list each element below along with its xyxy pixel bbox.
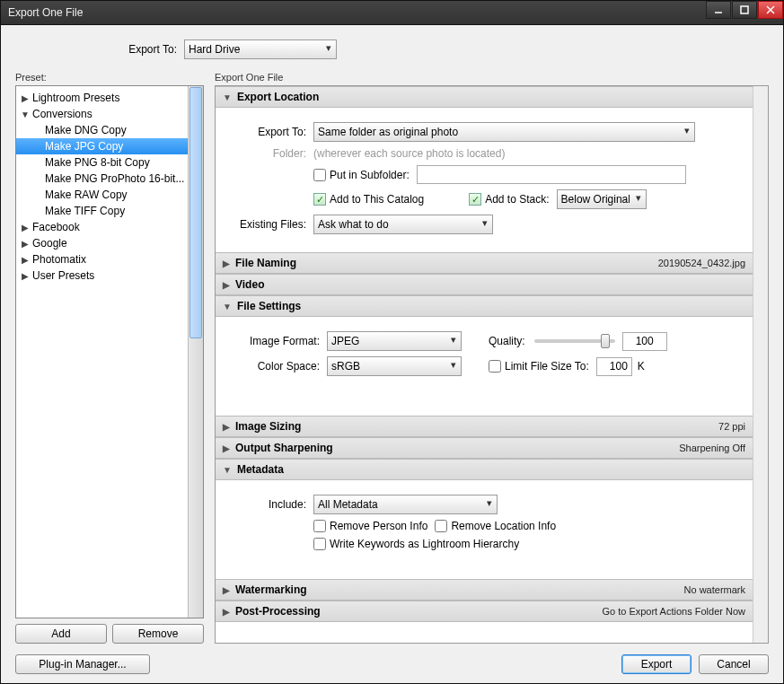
post-summary: Go to Export Actions Folder Now <box>602 606 745 617</box>
loc-folder-value: (wherever each source photo is located) <box>313 147 505 160</box>
color-space-label: Color Space: <box>228 360 327 373</box>
loc-export-to-label: Export To: <box>228 126 313 138</box>
panels-scrollbar[interactable] <box>753 86 768 643</box>
triangle-right-icon: ▶ <box>223 422 230 432</box>
minimize-button[interactable] <box>706 1 731 19</box>
add-preset-button[interactable]: Add <box>15 624 107 644</box>
add-to-catalog-label: Add to This Catalog <box>330 193 424 206</box>
export-to-select[interactable]: Hard Drive <box>184 39 337 59</box>
keywords-hierarchy-checkbox[interactable] <box>313 538 326 550</box>
triangle-down-icon: ▼ <box>223 92 232 102</box>
color-space-select[interactable]: sRGB <box>327 356 462 376</box>
panel-post-processing[interactable]: ▶Post-ProcessingGo to Export Actions Fol… <box>216 601 753 622</box>
triangle-right-icon: ▶ <box>223 259 230 268</box>
triangle-right-icon: ▶ <box>223 280 230 290</box>
triangle-right-icon: ▶ <box>223 607 230 617</box>
image-format-select[interactable]: JPEG <box>327 331 462 351</box>
loc-export-to-select[interactable]: Same folder as original photo <box>313 122 695 142</box>
sharpen-summary: Sharpening Off <box>679 443 745 453</box>
preset-tree[interactable]: ▶Lightroom Presets ▼Conversions Make DNG… <box>15 85 204 618</box>
preset-label: Preset: <box>15 72 204 83</box>
tree-item-make-raw-copy[interactable]: Make RAW Copy <box>16 187 203 203</box>
tree-item-make-dng-copy[interactable]: Make DNG Copy <box>16 122 203 138</box>
limit-filesize-checkbox[interactable] <box>489 360 501 373</box>
limit-filesize-input[interactable] <box>596 357 632 376</box>
add-to-stack-checkbox[interactable] <box>469 193 481 206</box>
export-button[interactable]: Export <box>621 654 692 674</box>
tree-item-make-png-prophoto[interactable]: Make PNG ProPhoto 16-bit... <box>16 171 203 187</box>
panel-metadata[interactable]: ▼Metadata <box>216 459 753 480</box>
panel-video[interactable]: ▶Video <box>216 274 753 295</box>
svg-rect-1 <box>741 6 748 13</box>
put-in-subfolder-checkbox[interactable] <box>313 169 326 181</box>
existing-files-label: Existing Files: <box>228 218 313 231</box>
metadata-include-label: Include: <box>228 498 313 511</box>
sizing-summary: 72 ppi <box>718 421 745 432</box>
panel-file-settings[interactable]: ▼File Settings <box>216 295 753 317</box>
triangle-down-icon: ▼ <box>223 465 232 475</box>
titlebar: Export One File <box>0 0 784 25</box>
remove-person-checkbox[interactable] <box>313 520 326 532</box>
add-to-catalog-checkbox[interactable] <box>313 193 326 206</box>
export-to-label: Export To: <box>123 43 177 56</box>
tree-item-user-presets[interactable]: ▶User Presets <box>16 267 203 284</box>
maximize-button[interactable] <box>732 1 757 19</box>
triangle-right-icon: ▶ <box>223 585 230 595</box>
plugin-manager-button[interactable]: Plug-in Manager... <box>15 654 150 674</box>
triangle-down-icon: ▼ <box>223 302 232 311</box>
file-naming-summary: 20190524_0432.jpg <box>658 258 745 268</box>
tree-item-google[interactable]: ▶Google <box>16 235 203 251</box>
close-button[interactable] <box>758 1 783 19</box>
window-title: Export One File <box>8 6 83 19</box>
limit-filesize-unit: K <box>638 360 645 373</box>
panels-label: Export One File <box>215 72 769 83</box>
existing-files-select[interactable]: Ask what to do <box>313 215 493 234</box>
tree-item-make-tiff-copy[interactable]: Make TIFF Copy <box>16 203 203 219</box>
tree-item-photomatix[interactable]: ▶Photomatix <box>16 251 203 267</box>
quality-slider[interactable] <box>534 339 615 343</box>
remove-person-label: Remove Person Info <box>330 520 427 532</box>
panel-output-sharpening[interactable]: ▶Output SharpeningSharpening Off <box>216 437 753 459</box>
tree-item-lightroom-presets[interactable]: ▶Lightroom Presets <box>16 90 203 106</box>
panel-image-sizing[interactable]: ▶Image Sizing72 ppi <box>216 416 753 437</box>
add-to-stack-label: Add to Stack: <box>485 193 549 206</box>
triangle-right-icon: ▶ <box>223 443 230 453</box>
remove-preset-button[interactable]: Remove <box>112 624 204 644</box>
preset-scrollbar[interactable] <box>188 86 203 618</box>
stack-position-select[interactable]: Below Original <box>557 189 647 209</box>
quality-label: Quality: <box>489 335 525 347</box>
remove-location-label: Remove Location Info <box>451 520 556 532</box>
tree-item-facebook[interactable]: ▶Facebook <box>16 219 203 235</box>
tree-item-make-jpg-copy[interactable]: Make JPG Copy <box>16 138 203 154</box>
tree-item-make-png-8bit[interactable]: Make PNG 8-bit Copy <box>16 154 203 171</box>
image-format-label: Image Format: <box>228 335 327 347</box>
panel-export-location[interactable]: ▼Export Location <box>216 86 753 108</box>
cancel-button[interactable]: Cancel <box>699 654 769 674</box>
loc-folder-label: Folder: <box>228 147 313 160</box>
remove-location-checkbox[interactable] <box>435 520 447 532</box>
panel-watermarking[interactable]: ▶WatermarkingNo watermark <box>216 579 753 601</box>
quality-input[interactable] <box>622 332 667 351</box>
put-in-subfolder-label: Put in Subfolder: <box>330 169 410 181</box>
watermark-summary: No watermark <box>684 584 745 595</box>
tree-item-conversions[interactable]: ▼Conversions <box>16 106 203 122</box>
limit-filesize-label: Limit File Size To: <box>505 360 589 373</box>
subfolder-input[interactable] <box>417 165 686 184</box>
panel-file-naming[interactable]: ▶File Naming20190524_0432.jpg <box>216 252 753 274</box>
metadata-include-select[interactable]: All Metadata <box>313 495 498 514</box>
keywords-hierarchy-label: Write Keywords as Lightroom Hierarchy <box>330 538 519 550</box>
